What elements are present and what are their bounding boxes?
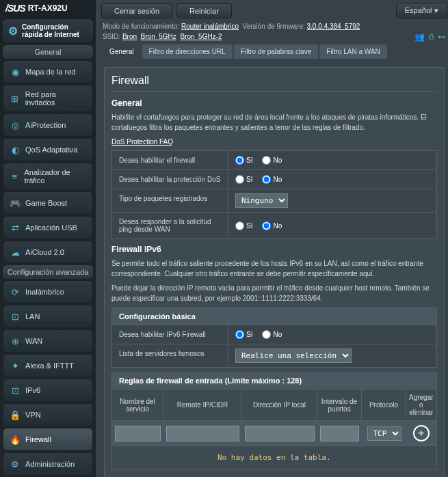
mode-link[interactable]: Router inalámbrico — [181, 23, 239, 30]
brand-text: /SUS — [5, 3, 25, 14]
sidebar-item-game-boost[interactable]: 🎮Game Boost — [3, 191, 93, 215]
firmware-link[interactable]: 3.0.0.4.384_5792 — [307, 23, 360, 30]
sidebar-icon: ⊡ — [9, 384, 21, 396]
sidebar: /SUS RT-AX92U ⚙ Configuración rápida de … — [0, 0, 96, 477]
sidebar-item-qos-adaptativa[interactable]: ◐QoS Adaptativa — [3, 138, 93, 161]
rules-table-header: Nombre del servicio Remote IP/CIDR Direc… — [111, 389, 437, 421]
local-ip-input[interactable] — [245, 426, 315, 441]
row-ping-wan: Desea responder a la solicitud ping desd… — [111, 212, 437, 239]
tab-filtro-lan-a-wan[interactable]: Filtro LAN a WAN — [319, 44, 387, 59]
protocol-select[interactable]: TCP — [367, 426, 401, 441]
language-select[interactable]: Español ▾ — [396, 3, 447, 18]
sidebar-item-red-para-invitados[interactable]: ⊞Red para invitados — [3, 85, 93, 112]
sidebar-item-mapa-de-la-red[interactable]: ◉Mapa de la red — [3, 60, 93, 83]
usb-icon[interactable]: ⊷ — [438, 32, 446, 42]
sidebar-icon: ⊡ — [9, 310, 21, 323]
sidebar-item-analizador-de-tráfico[interactable]: ≡Analizador de tráfico — [3, 163, 93, 190]
logo: /SUS RT-AX92U — [0, 0, 96, 16]
ipv6-desc1: Se permite todo el tráfico saliente proc… — [111, 258, 437, 279]
reboot-button[interactable]: Reiniciar — [176, 3, 232, 18]
sidebar-icon: ◎ — [9, 119, 21, 131]
tab-general[interactable]: General — [103, 44, 141, 59]
sidebar-section-general: General — [3, 45, 93, 59]
model-text: RT-AX92U — [28, 3, 68, 13]
sidebar-icon: ≡ — [9, 170, 20, 182]
sidebar-item-administración[interactable]: ⚙Administración — [3, 452, 93, 476]
sidebar-icon: 🎮 — [9, 197, 21, 209]
ssid3-link[interactable]: Bron_5GHz-2 — [180, 33, 222, 40]
sidebar-icon: ⊕ — [9, 335, 21, 347]
sidebar-item-wan[interactable]: ⊕WAN — [3, 329, 93, 353]
sidebar-section-advanced: Configuración avanzada — [3, 265, 93, 279]
row-packet-type: Tipo de paquetes registrados Ninguno — [111, 189, 437, 213]
no-data-message: No hay datos en la tabla. — [111, 446, 437, 469]
sidebar-item-aiprotection[interactable]: ◎AiProtection — [3, 113, 93, 137]
ssid2-link[interactable]: Bron_5GHz — [141, 33, 176, 40]
tab-filtro-de-direcciones-url[interactable]: Filtro de direcciones URL — [142, 44, 233, 59]
sidebar-icon: ⊞ — [9, 92, 21, 105]
section-general-heading: General — [111, 98, 437, 108]
sidebar-item-lan[interactable]: ⊡LAN — [3, 305, 93, 328]
sidebar-icon: ⟳ — [9, 286, 21, 298]
sidebar-item-firewall[interactable]: 🔥Firewall — [3, 428, 93, 451]
ipv6-desc2: Puede dejar la dirección IP remota vacía… — [111, 283, 437, 303]
service-input[interactable] — [115, 426, 161, 441]
basic-config-header: Configuración básica — [111, 308, 437, 325]
sidebar-item-vpn[interactable]: 🔒VPN — [3, 403, 93, 426]
packet-type-select[interactable]: Ninguno — [235, 193, 288, 208]
enable-fw-no[interactable]: No — [262, 156, 282, 165]
mode-info: Modo de funcionamiento: Router inalámbri… — [96, 21, 448, 31]
quick-setup-label: Configuración rápida de Internet — [22, 23, 88, 38]
sidebar-icon: ◉ — [9, 66, 21, 78]
section-ipv6-heading: Firewall IPv6 — [111, 245, 437, 254]
enable-dos-yes[interactable]: Sí — [235, 175, 252, 184]
sidebar-item-alexa-&-ifttt[interactable]: ✦Alexa & IFTTT — [3, 354, 93, 377]
enable-fw-yes[interactable]: Sí — [235, 156, 252, 165]
rules-header: Reglas de firewall de entrada (Límite má… — [111, 372, 437, 390]
ssid-info: SSID: Bron Bron_5GHz Bron_5GHz-2 — [96, 31, 408, 42]
enable-dos-no[interactable]: No — [262, 175, 282, 184]
sidebar-icon: ◐ — [9, 144, 21, 156]
globe-icon: ⚙ — [8, 24, 18, 38]
tab-filtro-de-palabras-clave[interactable]: Filtro de palabras clave — [234, 44, 318, 59]
row-enable-firewall: Desea habilitar el firewall Sí No — [111, 150, 437, 170]
sidebar-item-aplicación-usb[interactable]: ⇄Aplicación USB — [3, 216, 93, 239]
row-enable-dos: Desea habilitar la protección DoS Sí No — [111, 169, 437, 189]
main-content: Cerrar sesión Reiniciar Español ▾ Modo d… — [96, 0, 448, 477]
users-icon[interactable]: 👥 — [414, 32, 425, 42]
general-description: Habilite el cortafuegos para proteger su… — [111, 112, 437, 133]
add-rule-button[interactable]: + — [413, 425, 430, 441]
sidebar-icon: 🔥 — [9, 433, 21, 446]
sidebar-item-aicloud-2.0[interactable]: ☁AiCloud 2.0 — [3, 241, 93, 264]
remote-input[interactable] — [166, 426, 239, 441]
status-icons: 👥 ⎙ ⊷ — [408, 32, 448, 42]
ssid1-link[interactable]: Bron — [122, 33, 137, 40]
ping-wan-yes[interactable]: Sí — [235, 221, 252, 230]
row-famous-servers: Lista de servidores famosos Realice una … — [111, 344, 437, 368]
famous-servers-select[interactable]: Realice una selección — [235, 349, 352, 363]
top-bar: Cerrar sesión Reiniciar Español ▾ — [96, 0, 448, 21]
sidebar-icon: ☁ — [9, 246, 21, 258]
sidebar-icon: ⇄ — [9, 221, 21, 234]
tabs: GeneralFiltro de direcciones URLFiltro d… — [96, 42, 448, 59]
sidebar-icon: ✦ — [9, 359, 21, 372]
page-title: Firewall — [111, 74, 437, 92]
ipv6-fw-no[interactable]: No — [262, 330, 282, 339]
sidebar-icon: 🔒 — [9, 409, 21, 421]
ports-input[interactable] — [320, 426, 359, 441]
sidebar-icon: ⚙ — [9, 458, 21, 470]
rules-input-row: TCP + — [111, 420, 437, 446]
row-enable-ipv6-fw: Desea habilitar IPv6 Firewall Sí No — [111, 325, 437, 344]
ping-wan-no[interactable]: No — [262, 221, 282, 230]
sidebar-item-ipv6[interactable]: ⊡IPv6 — [3, 379, 93, 402]
faq-link[interactable]: DoS Protection FAQ — [111, 138, 173, 146]
sidebar-item-inalámbrico[interactable]: ⟳Inalámbrico — [3, 280, 93, 303]
printer-icon[interactable]: ⎙ — [429, 32, 434, 42]
quick-setup[interactable]: ⚙ Configuración rápida de Internet — [3, 19, 93, 42]
logout-button[interactable]: Cerrar sesión — [101, 3, 172, 18]
ipv6-fw-yes[interactable]: Sí — [235, 330, 252, 339]
